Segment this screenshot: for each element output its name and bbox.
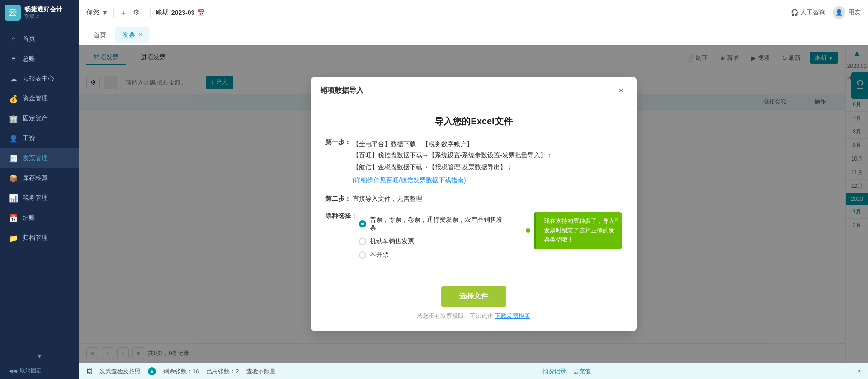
sidebar-label-salary: 工资 [23,134,35,142]
sidebar-label-home: 首页 [23,35,35,43]
modal-hint: 若您没有发票模版，可以点击 下载发票模版 [417,312,530,320]
modal-overlay[interactable]: 销项数据导入 × 导入您的Excel文件 第一步： 【全电平台】数据下载→【税务… [79,45,868,363]
inventory-icon: 📦 [9,174,18,183]
sidebar-item-inventory[interactable]: 📦 库存核算 [0,168,79,188]
step2-content: 直接导入文件，无需整理 [353,195,422,203]
sidebar-item-ledger[interactable]: ≡ 总账 [0,49,79,69]
tooltip-close-button[interactable]: × [614,215,618,225]
tax-icon: 📊 [9,194,18,203]
sidebar-item-tax[interactable]: 📊 税务管理 [0,188,79,208]
download-template-link[interactable]: 下载发票模版 [495,313,530,319]
calendar-icon[interactable]: 📅 [197,9,205,16]
step1-content: 【全电平台】数据下载→【税务数字账户】； 【百旺】税控盘数据下载→【系统设置-系… [353,138,553,186]
company-name: 你您 [86,9,99,17]
ledger-icon: ≡ [9,54,18,63]
invoice-type-label: 票种选择： [326,212,357,220]
logo-text-block: 畅捷通好会计 旗舰版 [24,5,62,20]
period-value: 2023-03 [171,9,194,16]
settings-icon[interactable]: ⚙ [133,8,139,17]
page-area: 销项发票 进项发票 📄 制证 ⊕ 新增 ▶ 视频 [79,45,868,363]
avatar: 👤 [833,6,845,19]
logo-icon: 云 [5,5,21,21]
step1-link[interactable]: (详细操作见百旺/航信发票数据下载指南) [353,176,466,184]
period-label: 账期 [156,9,169,17]
sidebar-label-invoice: 发票管理 [23,154,48,162]
topbar-divider-1 [113,8,114,17]
recharge-link[interactable]: 去充值 [573,367,591,375]
sidebar-label-settle: 结账 [23,214,35,222]
fund-icon: 💰 [9,94,18,103]
sidebar-label-inventory: 库存核算 [23,174,48,182]
sidebar-label-archive: 归档管理 [23,234,48,242]
modal-body: 导入您的Excel文件 第一步： 【全电平台】数据下载→【税务数字账户】； 【百… [311,104,637,279]
hint-text: 若您没有发票模版，可以点击 [417,313,493,319]
radio-non-invoice-circle [359,251,366,259]
tooltip-accent-bar [534,212,536,249]
statusbar-close-button[interactable]: × [857,368,861,374]
fee-record-link[interactable]: 扣费记录 [542,367,566,375]
tooltip-container: 现在支持的票种多了，导入发票时别忘了选择正确的发票类型哦！ × [508,212,622,249]
archive-icon: 📁 [9,233,18,242]
modal-import: 销项数据导入 × 导入您的Excel文件 第一步： 【全电平台】数据下载→【税务… [311,77,637,331]
status-text4: 查验不限量 [246,367,276,375]
statusbar: 🖼 发票查验及拍照 ● 剩余张数：18 已用张数：2 查验不限量 扣费记录 去充… [79,363,868,379]
main-content: 你您 ▼ ＋ ⚙ 账期 2023-03 📅 🎧 人工咨询 👤 用友 [79,0,868,379]
modal-title: 销项数据导入 [320,86,363,95]
modal-subtitle: 导入您的Excel文件 [326,115,622,128]
modal-close-button[interactable]: × [615,84,627,97]
step1-label: 第一步： [326,138,351,147]
status-text1: 发票查验及拍照 [99,367,141,375]
sidebar-item-home[interactable]: ⌂ 首页 [0,29,79,49]
tab-close-invoice[interactable]: × [139,32,142,38]
logo-text: 畅捷通好会计 [24,5,62,13]
tab-home[interactable]: 首页 [86,28,113,43]
sidebar-item-cloud[interactable]: ☁ 云报表中心 [0,69,79,89]
sidebar-item-settle[interactable]: 📅 结账 [0,208,79,228]
status-badge: ● [148,367,156,375]
sidebar: 云 畅捷通好会计 旗舰版 ⌂ 首页 ≡ 总账 ☁ 云报表中心 💰 资金管理 [0,0,79,379]
status-text2: 剩余张数：18 [163,367,199,375]
step1-line1: 【全电平台】数据下载→【税务数字账户】； [353,138,553,150]
consult-button[interactable]: 🎧 人工咨询 [791,9,826,17]
step2-section: 第二步： 直接导入文件，无需整理 [326,195,622,203]
radio-motor-label: 机动车销售发票 [370,237,414,246]
sidebar-label-ledger: 总账 [23,55,35,63]
sidebar-cancel-fixed[interactable]: ◀◀ 取消固定 [0,362,79,379]
topbar-divider-2 [150,8,151,17]
company-arrow-icon: ▼ [102,9,108,16]
radio-normal-label: 普票，专票，卷票，通行费发票，农产品销售发票 [370,216,508,232]
tooltip-text: 现在支持的票种多了，导入发票时别忘了选择正确的发票类型哦！ [540,217,616,245]
sidebar-label-assets: 固定资产 [23,114,48,123]
invoice-type-section: 票种选择： 普票，专票，卷票，通行费发票，农产品销售发票 机动车销售发票 [326,212,622,259]
step2-label: 第二步： [326,195,351,203]
sidebar-item-assets[interactable]: 🏢 固定资产 [0,109,79,128]
sidebar-item-fund[interactable]: 💰 资金管理 [0,89,79,109]
company-selector[interactable]: 你您 ▼ [86,9,108,17]
step1-line3: 【航信】金税盘数据下载→【报税管理-发票数据导出】； [353,161,553,173]
modal-header: 销项数据导入 × [311,77,637,104]
tooltip-line-group [508,228,530,233]
modal-footer: 选择文件 若您没有发票模版，可以点击 下载发票模版 [311,279,637,331]
tooltip-box: 现在支持的票种多了，导入发票时别忘了选择正确的发票类型哦！ × [534,212,622,249]
status-text3: 已用张数：2 [206,367,239,375]
radio-motor[interactable]: 机动车销售发票 [359,237,508,246]
home-icon: ⌂ [9,34,18,43]
step1-section: 第一步： 【全电平台】数据下载→【税务数字账户】； 【百旺】税控盘数据下载→【系… [326,138,622,186]
radio-normal-circle [359,220,366,227]
sidebar-item-salary[interactable]: 👤 工资 [0,128,79,148]
tooltip-connector-line [508,231,526,231]
tab-invoice[interactable]: 发票 × [115,27,149,43]
sidebar-label-cloud: 云报表中心 [23,75,54,83]
sidebar-item-invoice[interactable]: 🧾 发票管理 [0,148,79,168]
user-menu[interactable]: 👤 用友 [833,6,861,19]
sidebar-item-archive[interactable]: 📁 归档管理 [0,228,79,248]
tabbar: 首页 发票 × [79,25,868,45]
status-icon: 🖼 [86,368,92,374]
add-icon[interactable]: ＋ [119,7,127,18]
sidebar-scroll-down[interactable]: ▼ [0,350,79,362]
radio-non-invoice[interactable]: 不开票 [359,251,508,259]
radio-normal[interactable]: 普票，专票，卷票，通行费发票，农产品销售发票 [359,216,508,232]
select-file-button[interactable]: 选择文件 [441,286,506,307]
radio-non-invoice-label: 不开票 [370,251,389,259]
radio-group: 普票，专票，卷票，通行费发票，农产品销售发票 机动车销售发票 [359,216,508,259]
